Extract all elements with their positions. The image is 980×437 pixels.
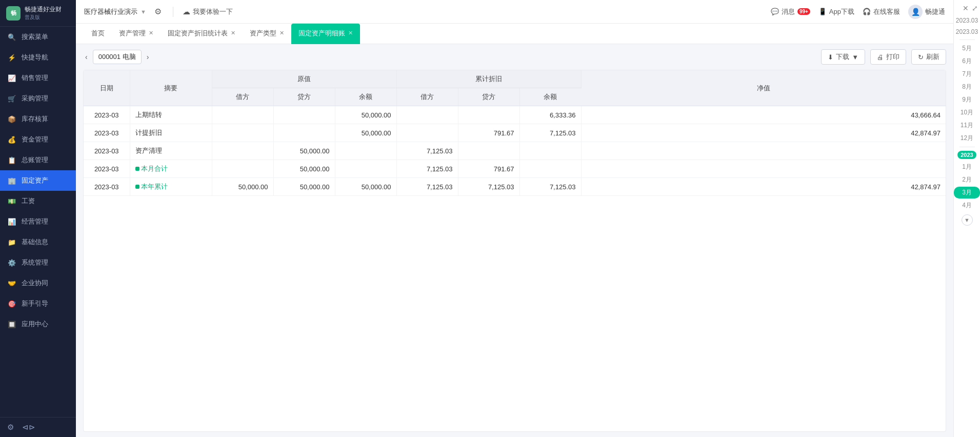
avatar: 👤 — [908, 5, 923, 19]
tab-asset-ledger[interactable]: 固定资产明细账 ✕ — [291, 24, 360, 44]
asset-ledger-table-wrapper: 日期 摘要 原值 累计折旧 净值 借方 贷方 余额 借方 贷方 余额 — [83, 70, 946, 432]
download-btn[interactable]: ⬇ 下载 ▼ — [821, 49, 865, 65]
sidebar: 畅 畅捷通好业财 普及版 🔍 搜索菜单 ⚡ 快捷导航 📈 销售管理 🛒 采购管理… — [0, 0, 76, 437]
timeline-month-1[interactable]: 1月 — [954, 161, 980, 173]
sidebar-item-system[interactable]: ⚙️ 系统管理 — [0, 252, 76, 273]
th-net-value: 净值 — [581, 70, 946, 106]
cell-accum-balance — [519, 160, 581, 178]
timeline-divider — [959, 39, 975, 40]
lightning-icon: ⚡ — [7, 53, 16, 62]
cell-orig-balance — [335, 142, 396, 160]
message-btn[interactable]: 💬 消息 99+ — [771, 7, 810, 16]
cell-accum-credit — [458, 106, 519, 124]
timeline-scroll-down-btn[interactable]: ▼ — [962, 214, 973, 226]
service-btn[interactable]: 🎧 在线客服 — [863, 7, 900, 16]
table-row: 2023-03 本年累计 50,000.00 50,000.00 50,000.… — [84, 178, 946, 196]
prev-asset-btn[interactable]: ‹ — [83, 52, 90, 62]
th-summary: 摘要 — [130, 70, 212, 106]
feedback-btn[interactable]: ☁ 我要体验一下 — [183, 7, 233, 16]
cell-net-value — [581, 142, 946, 160]
sidebar-item-ledger[interactable]: 📋 总账管理 — [0, 150, 76, 170]
cell-accum-credit: 7,125.03 — [458, 178, 519, 196]
th-accum-debit: 借方 — [396, 88, 458, 106]
company-dropdown-icon: ▼ — [141, 9, 146, 15]
timeline-month-3[interactable]: 3月 — [954, 187, 980, 198]
sidebar-item-enterprise[interactable]: 🤝 企业协同 — [0, 273, 76, 293]
timeline-month-8[interactable]: 8月 — [954, 81, 980, 93]
cell-accum-balance: 7,125.03 — [519, 124, 581, 142]
dropdown-arrow: ▼ — [852, 53, 858, 61]
timeline-month-4[interactable]: 4月 — [954, 200, 980, 211]
cell-date: 2023-03 — [84, 142, 130, 160]
feedback-icon: ☁ — [183, 7, 190, 16]
settings-bottom-icon[interactable]: ⚙ — [7, 423, 14, 432]
sidebar-item-sales[interactable]: 📈 销售管理 — [0, 68, 76, 88]
handshake-icon: 🤝 — [7, 279, 16, 288]
download-icon: ⬇ — [828, 53, 833, 61]
refresh-btn[interactable]: ↻ 刷新 — [911, 49, 946, 65]
timeline-month-11[interactable]: 11月 — [954, 120, 980, 131]
print-btn[interactable]: 🖨 打印 — [870, 49, 906, 65]
panel-top-controls: ✕ ⤢ — [954, 4, 980, 12]
timeline-month-2[interactable]: 2月 — [954, 174, 980, 186]
table-row: 2023-03 本月合计 50,000.00 7,125.03 791.67 — [84, 160, 946, 178]
company-name: 医疗器械行业演示 — [84, 7, 137, 16]
sidebar-item-purchase[interactable]: 🛒 采购管理 — [0, 88, 76, 109]
cell-date: 2023-03 — [84, 106, 130, 124]
timeline-month-6[interactable]: 6月 — [954, 55, 980, 67]
cell-orig-balance — [335, 160, 396, 178]
monthly-total-tag: 本月合计 — [135, 164, 168, 173]
timeline-month-7[interactable]: 7月 — [954, 68, 980, 80]
tab-close-depreciation-stats[interactable]: ✕ — [231, 30, 235, 36]
tab-close-asset-type[interactable]: ✕ — [279, 30, 284, 36]
sidebar-item-inventory[interactable]: 📦 库存核算 — [0, 109, 76, 129]
next-asset-btn[interactable]: › — [145, 52, 151, 62]
cell-accum-credit: 791.67 — [458, 124, 519, 142]
expand-panel-icon[interactable]: ⤢ — [972, 4, 978, 12]
cell-net-value: 42,874.97 — [581, 124, 946, 142]
company-selector[interactable]: 医疗器械行业演示 ▼ — [84, 7, 146, 16]
sidebar-item-fixed-assets[interactable]: 🏢 固定资产 — [0, 170, 76, 191]
sidebar-item-operations[interactable]: 📊 经营管理 — [0, 211, 76, 232]
toolbar: ‹ 000001 电脑 › ⬇ 下载 ▼ 🖨 打印 ↻ 刷新 — [83, 49, 946, 65]
close-panel-icon[interactable]: ✕ — [963, 4, 969, 12]
tab-asset-type[interactable]: 资产类型 ✕ — [243, 24, 291, 44]
asset-navigator: ‹ 000001 电脑 › — [83, 50, 151, 64]
sidebar-logo-text: 畅捷通好业财 普及版 — [25, 5, 62, 21]
tab-asset-mgmt[interactable]: 资产管理 ✕ — [112, 24, 161, 44]
cell-date: 2023-03 — [84, 178, 130, 196]
green-dot-icon — [135, 185, 139, 189]
tab-close-asset-ledger[interactable]: ✕ — [348, 30, 353, 36]
cell-accum-debit: 7,125.03 — [396, 178, 458, 196]
tab-home[interactable]: 首页 — [84, 24, 112, 44]
toolbar-right-actions: ⬇ 下载 ▼ 🖨 打印 ↻ 刷新 — [821, 49, 946, 65]
user-btn[interactable]: 👤 畅捷通 — [908, 5, 945, 19]
green-dot-icon — [135, 167, 139, 171]
timeline-date-1[interactable]: 2023.03 — [954, 15, 980, 26]
timeline-month-9[interactable]: 9月 — [954, 94, 980, 106]
cell-accum-debit — [396, 124, 458, 142]
sidebar-item-guide[interactable]: 🎯 新手引导 — [0, 293, 76, 314]
sidebar-item-search[interactable]: 🔍 搜索菜单 — [0, 27, 76, 47]
cell-accum-debit: 7,125.03 — [396, 142, 458, 160]
timeline-month-12[interactable]: 12月 — [954, 132, 980, 144]
sidebar-item-basic-info[interactable]: 📁 基础信息 — [0, 232, 76, 252]
collapse-icon[interactable]: ⊲⊳ — [22, 423, 35, 432]
print-icon: 🖨 — [877, 53, 884, 61]
download-btn[interactable]: 📱 App下载 — [818, 7, 854, 16]
settings-icon[interactable]: ⚙ — [152, 5, 164, 18]
year-badge[interactable]: 2023 — [957, 151, 976, 159]
tab-depreciation-stats[interactable]: 固定资产折旧统计表 ✕ — [161, 24, 243, 44]
timeline-date-2[interactable]: 2023.03 — [954, 27, 980, 37]
download-icon: 📱 — [818, 8, 827, 15]
sidebar-item-funds[interactable]: 💰 资金管理 — [0, 129, 76, 150]
chart-icon: 📈 — [7, 73, 16, 83]
sidebar-item-quick-nav[interactable]: ⚡ 快捷导航 — [0, 47, 76, 68]
cell-summary: 本月合计 — [130, 160, 212, 178]
sidebar-item-payroll[interactable]: 💵 工资 — [0, 191, 76, 211]
timeline-month-10[interactable]: 10月 — [954, 107, 980, 118]
timeline-month-5[interactable]: 5月 — [954, 43, 980, 54]
yearly-total-tag: 本年累计 — [135, 182, 168, 191]
sidebar-item-app-center[interactable]: 🔲 应用中心 — [0, 314, 76, 334]
tab-close-asset-mgmt[interactable]: ✕ — [149, 30, 153, 36]
